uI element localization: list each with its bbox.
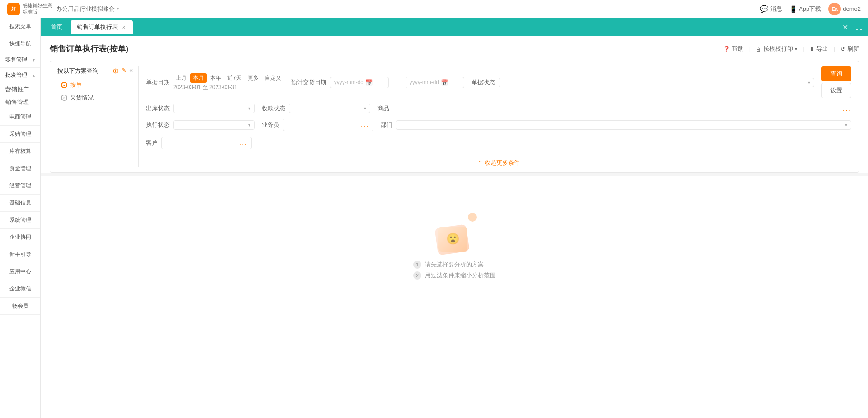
filter-item-salesperson: 业务员 ... <box>262 119 373 131</box>
salesperson-input[interactable]: ... <box>283 119 373 131</box>
app-download-action[interactable]: 📱 App下载 <box>789 5 821 13</box>
page-content: 销售订单执行表(按单) ❓ 帮助 | 🖨 按模板打印 ▾ | <box>41 36 868 418</box>
goods-picker-icon[interactable]: ... <box>843 104 851 113</box>
settings-button[interactable]: 设置 <box>821 83 851 98</box>
avatar: Ea <box>828 3 841 15</box>
page-title: 销售订单执行表(按单) <box>50 43 128 54</box>
sidebar-item-appstore[interactable]: 应用中心 <box>0 263 40 280</box>
sidebar-item-ecommerce[interactable]: 电商管理 <box>0 109 40 126</box>
app-icon: 📱 <box>789 5 797 13</box>
date-btn-7days[interactable]: 近7天 <box>225 73 244 83</box>
edit-scheme-icon[interactable]: ✎ <box>121 66 127 75</box>
tab-home[interactable]: 首页 <box>44 20 69 34</box>
order-status-select[interactable]: ▾ <box>499 78 814 87</box>
empty-hint-2: 2 用过滤条件来缩小分析范围 <box>413 271 495 280</box>
empty-state: 😮 1 请先选择要分析的方案 2 用过滤条件来缩小分析范围 <box>50 176 859 316</box>
tab-maximize-icon[interactable]: ⛶ <box>854 21 864 33</box>
tab-close-icon[interactable]: ✕ <box>121 24 127 30</box>
chevron-down-icon: ▾ <box>248 106 250 111</box>
department-select[interactable]: ▾ <box>396 120 851 130</box>
sidebar-item-finance[interactable]: 资金管理 <box>0 160 40 177</box>
top-bar-right: 💬 消息 📱 App下载 Ea demo2 <box>760 3 861 15</box>
filter-row-3: 执行状态 ▾ 业务员 ... <box>146 119 851 131</box>
add-scheme-icon[interactable]: ⊕ <box>113 66 118 75</box>
filter-scheme-by-order[interactable]: ● 按单 <box>59 79 133 91</box>
filter-scheme-shortage[interactable]: ○ 欠货情况 <box>59 91 133 104</box>
sidebar-sub-item-sales[interactable]: 销售管理 <box>0 96 40 109</box>
sidebar-item-system[interactable]: 系统管理 <box>0 212 40 229</box>
user-action[interactable]: Ea demo2 <box>828 3 861 15</box>
department-label: 部门 <box>381 121 392 129</box>
chevron-up-icon: ▴ <box>33 73 35 78</box>
chevron-down-icon: ▾ <box>845 123 847 128</box>
collapse-button[interactable]: ⌃ 收起更多条件 <box>478 159 520 167</box>
message-action[interactable]: 💬 消息 <box>760 5 782 13</box>
logo-icon: 好 <box>7 3 20 15</box>
box-bubble <box>468 213 477 222</box>
sidebar-item-basics[interactable]: 基础信息 <box>0 195 40 212</box>
date-btn-more[interactable]: 更多 <box>245 73 261 83</box>
salesperson-label: 业务员 <box>262 121 279 129</box>
payment-status-select[interactable]: ▾ <box>289 104 370 113</box>
shipment-status-label: 出库状态 <box>146 104 170 113</box>
sidebar-item-operations[interactable]: 经营管理 <box>0 177 40 195</box>
collapse-panel-icon[interactable]: « <box>129 66 133 75</box>
date-quick-btns: 上月 本月 本年 近7天 更多 自定义 <box>173 73 284 83</box>
export-button[interactable]: ⬇ 导出 <box>810 45 828 53</box>
delivery-date-label: 预计交货日期 <box>291 78 326 86</box>
sidebar-item-inventory[interactable]: 库存核算 <box>0 143 40 160</box>
filter-left-header: 按以下方案查询 ⊕ ✎ « <box>57 66 133 75</box>
filter-left-panel: 按以下方案查询 ⊕ ✎ « ● 按单 <box>57 66 139 167</box>
sidebar-item-wholesale[interactable]: 批发管理 ▴ <box>0 68 40 83</box>
filter-item-exec-status: 执行状态 ▾ <box>146 120 255 130</box>
calendar-end-icon: 📅 <box>441 79 448 86</box>
sidebar-item-enterprise[interactable]: 企业协同 <box>0 229 40 246</box>
delivery-date-start-input[interactable]: yyyy-mm-dd 📅 <box>330 77 389 88</box>
export-icon: ⬇ <box>810 46 815 52</box>
delivery-date-end-input[interactable]: yyyy-mm-dd 📅 <box>406 77 464 88</box>
payment-status-label: 收款状态 <box>262 104 285 113</box>
search-button[interactable]: 查询 <box>821 66 851 81</box>
tab-close-all-icon[interactable]: ✕ <box>840 21 850 33</box>
filter-item-department: 部门 ▾ <box>381 120 851 130</box>
filter-item-order-status: 单据状态 ▾ <box>472 78 814 87</box>
customer-picker-icon: ... <box>239 139 248 147</box>
customer-label: 客户 <box>146 139 158 147</box>
date-btn-custom[interactable]: 自定义 <box>262 73 284 83</box>
message-icon: 💬 <box>760 5 769 13</box>
sidebar-item-retail[interactable]: 零售管理 ▾ <box>0 52 40 68</box>
sidebar-item-search[interactable]: 搜索菜单 <box>0 18 40 35</box>
date-btn-last-month[interactable]: 上月 <box>173 73 189 83</box>
dot-orange-icon: ● <box>61 82 67 88</box>
main-layout: 搜索菜单 快捷导航 零售管理 ▾ 批发管理 ▴ 营销推广 销售管理 电商管理 采… <box>0 18 868 418</box>
customer-input[interactable]: ... <box>161 137 252 149</box>
date-btn-this-year[interactable]: 本年 <box>208 73 224 83</box>
sidebar-sub-item-marketing[interactable]: 营销推广 <box>0 83 40 96</box>
filter-item-goods: 商品 ... <box>377 104 851 113</box>
sidebar-item-purchase[interactable]: 采购管理 <box>0 126 40 143</box>
chevron-down-icon: ▾ <box>364 106 366 111</box>
salesperson-picker-icon: ... <box>361 121 369 129</box>
exec-status-select[interactable]: ▾ <box>173 120 255 130</box>
search-action-group: 查询 设置 <box>821 66 851 98</box>
date-btn-this-month[interactable]: 本月 <box>190 73 207 83</box>
tab-sales-order[interactable]: 销售订单执行表 ✕ <box>71 20 133 34</box>
sidebar-item-quicknav[interactable]: 快捷导航 <box>0 35 40 52</box>
filter-item-payment-status: 收款状态 ▾ <box>262 104 370 113</box>
goods-label: 商品 <box>377 104 389 113</box>
sidebar-item-member[interactable]: 畅会员 <box>0 298 40 315</box>
shipment-status-select[interactable]: ▾ <box>173 104 255 113</box>
system-selector[interactable]: 办公用品行业模拟账套 ▾ <box>56 5 119 13</box>
sidebar-item-wechat[interactable]: 企业微信 <box>0 280 40 298</box>
tab-bar-right: ✕ ⛶ <box>840 21 864 33</box>
help-button[interactable]: ❓ 帮助 <box>723 45 744 53</box>
sidebar: 搜索菜单 快捷导航 零售管理 ▾ 批发管理 ▴ 营销推广 销售管理 电商管理 采… <box>0 18 41 418</box>
sidebar-item-newguide[interactable]: 新手引导 <box>0 246 40 263</box>
print-button[interactable]: 🖨 按模板打印 ▾ <box>756 45 797 53</box>
date-range-text: 2023-03-01 至 2023-03-31 <box>173 84 284 91</box>
empty-illustration: 😮 <box>432 213 477 253</box>
tab-bar: 首页 销售订单执行表 ✕ ✕ ⛶ <box>41 18 868 36</box>
empty-hints: 1 请先选择要分析的方案 2 用过滤条件来缩小分析范围 <box>413 261 495 280</box>
refresh-button[interactable]: ↺ 刷新 <box>840 45 859 53</box>
filter-layout: 按以下方案查询 ⊕ ✎ « ● 按单 <box>57 66 851 167</box>
